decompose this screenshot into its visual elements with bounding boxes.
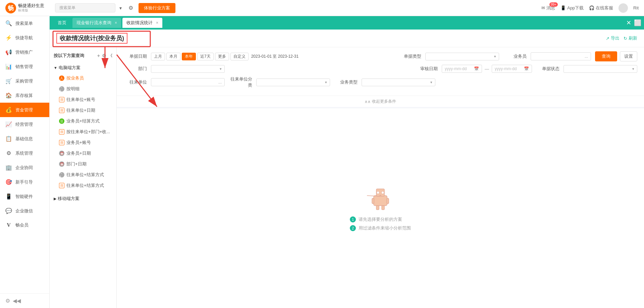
sidebar-item-member[interactable]: V 畅会员 (0, 218, 49, 232)
tab-close-window-btn[interactable]: ✕ (626, 19, 631, 27)
filter-area: 单据日期 上月 本月 本年 近7天 更多 自定义 2023-01-01 至 20… (117, 47, 644, 96)
export-btn[interactable]: ↗ 导出 (606, 35, 620, 41)
row1-filter-actions: 查询 设置 (595, 51, 637, 61)
scheme-item-by-salesman-account[interactable]: 目 业务员+账号 (50, 137, 116, 148)
scheme-label-by-salesman: 按业务员 (66, 75, 84, 81)
collapse-bar[interactable]: ∧∧ 收起更多条件 (117, 96, 644, 107)
svg-point-2 (377, 191, 379, 194)
sidebar-item-enterprise[interactable]: 🏢 企业协同 (0, 160, 49, 175)
guide-icon: 🎯 (5, 179, 12, 185)
date-tab-more[interactable]: 更多 (215, 53, 229, 60)
detail-scheme-icon: 人人 (59, 86, 64, 92)
biz-type-arrow-icon: ▾ (430, 80, 432, 85)
svg-rect-7 (376, 206, 379, 210)
scheme-item-by-unit-dept[interactable]: 目 按往来单位+部门+收... (50, 126, 116, 137)
calendar-from-icon: 📅 (474, 66, 479, 71)
empty-hints: 1 请先选择要分析的方案 2 用过滤条件来缩小分析范围 (350, 216, 411, 231)
hint-num-2: 2 (350, 225, 356, 231)
settings-btn[interactable]: 设置 (620, 51, 637, 61)
sidebar-item-marketing[interactable]: 📢 营销推广 (0, 45, 49, 59)
user-avatar[interactable] (619, 3, 628, 13)
scheme-item-by-detail[interactable]: 人人 按明细 (50, 84, 116, 94)
tab-home[interactable]: 首页 (52, 16, 72, 30)
biz-type-select[interactable]: ▾ (362, 79, 435, 86)
sidebar-label-member: 畅会员 (15, 222, 29, 228)
review-date-from[interactable]: yyyy-mm-dd 📅 (442, 65, 482, 73)
app-download-item[interactable]: 📱 App下载 (560, 5, 584, 11)
sidebar-item-inventory[interactable]: 🏠 库存核算 (0, 88, 49, 103)
unit-date-scheme-icon: 目 (59, 108, 64, 113)
sidebar-item-wechat[interactable]: 💬 企业微信 (0, 204, 49, 218)
review-date-to[interactable]: yyyy-mm-dd 📅 (492, 65, 532, 73)
user-name[interactable]: Rit (633, 5, 639, 10)
query-btn[interactable]: 查询 (595, 51, 617, 61)
sidebar-item-sales[interactable]: 📊 销售管理 (0, 59, 49, 74)
refresh-label: 刷新 (629, 35, 637, 41)
partner-category-select[interactable]: ▾ (256, 79, 330, 86)
trial-industry-btn[interactable]: 体验行业方案 (139, 3, 175, 13)
partner-filter-label: 往来单位 (123, 79, 147, 85)
scheme-item-by-unit-account[interactable]: 目 往来单位+账号 (50, 94, 116, 105)
desktop-scheme-group: ▼ 电脑端方案 人 按业务员 人人 按明细 目 往来单位+账号 目 往来单 (50, 61, 116, 192)
refresh-icon: ↻ (624, 36, 627, 41)
online-service-item[interactable]: 🎧 在线客服 (589, 5, 613, 11)
scheme-item-by-dept-date[interactable]: ⏰ 部门+日期 (50, 159, 116, 169)
mobile-section-title[interactable]: ▶ 移动端方案 (50, 194, 116, 204)
date-tab-7days[interactable]: 近7天 (197, 53, 214, 60)
sidebar-label-finance: 资金管理 (15, 107, 33, 113)
sidebar-item-guide[interactable]: 🎯 新手引导 (0, 175, 49, 189)
date-tab-this-year[interactable]: 本年 (182, 53, 196, 60)
sidebar-label-enterprise: 企业协同 (15, 165, 33, 171)
sidebar-label-hardware: 智能硬件 (15, 194, 33, 200)
date-tab-this-month[interactable]: 本月 (166, 53, 180, 60)
scheme-panel-actions: + ⚙ 《 (97, 53, 112, 59)
salesman-select[interactable]: ... (531, 52, 591, 60)
header-settings-btn[interactable]: ⚙ (126, 3, 136, 12)
dept-select[interactable]: ▾ (151, 65, 225, 73)
sidebar-item-hardware[interactable]: 📱 智能硬件 (0, 189, 49, 204)
header-dropdown-btn[interactable]: ▾ (118, 4, 123, 12)
scheme-collapse-btn[interactable]: 《 (108, 53, 112, 59)
scheme-item-by-unit-method1[interactable]: 人人 往来单位+结算方式 (50, 169, 116, 180)
date-tab-last-month[interactable]: 上月 (151, 53, 165, 60)
date-tab-custom[interactable]: 自定义 (230, 53, 249, 60)
notification-item[interactable]: ✉ 消息 99+ (541, 5, 555, 11)
scheme-item-by-unit-date[interactable]: 目 往来单位+日期 (50, 105, 116, 116)
tab-collection-close-icon[interactable]: × (156, 20, 158, 25)
sidebar-label-system: 系统管理 (15, 150, 33, 156)
search-icon: 🔍 (5, 20, 12, 27)
review-date-from-placeholder: yyyy-mm-dd (445, 66, 467, 71)
tab-bank-close-icon[interactable]: × (115, 20, 117, 25)
sidebar-item-system[interactable]: ⚙ 系统管理 (0, 146, 49, 160)
scheme-settings-btn[interactable]: ⚙ (102, 53, 106, 59)
scheme-add-btn[interactable]: + (97, 53, 100, 59)
scheme-panel-title: 按以下方案查询 (54, 53, 84, 59)
sidebar-item-search[interactable]: 🔍 搜索菜单 (0, 16, 49, 31)
desktop-section-title[interactable]: ▼ 电脑端方案 (50, 63, 116, 73)
partner-select[interactable]: ... (151, 78, 225, 86)
sidebar-item-operations[interactable]: 📈 经营管理 (0, 117, 49, 132)
tab-maximize-btn[interactable]: ⬜ (634, 19, 641, 27)
sidebar-footer-settings-btn[interactable]: ⚙ (5, 298, 10, 304)
tab-bank-flow[interactable]: 现金银行流水查询 × (72, 18, 121, 28)
review-date-area: yyyy-mm-dd 📅 — yyyy-mm-dd 📅 (442, 65, 532, 73)
unit-dept-scheme-icon: 目 (59, 129, 64, 135)
date-separator: — (483, 66, 490, 71)
tab-collection-stats[interactable]: 收款情况统计 × (122, 18, 162, 28)
filter-row-dept: 部门 ▾ 审核日期 yyyy-mm-dd 📅 — (123, 65, 637, 73)
scheme-item-by-salesman-date[interactable]: ⏰ 业务员+日期 (50, 148, 116, 159)
tab-bank-flow-label: 现金银行流水查询 (76, 20, 111, 26)
scheme-item-by-unit-method2[interactable]: 目 往来单位+结算方式 (50, 180, 116, 191)
sidebar-item-finance[interactable]: 💰 资金管理 (0, 103, 49, 117)
refresh-btn[interactable]: ↻ 刷新 (624, 35, 637, 41)
sidebar-collapse-btn[interactable]: ◀◀ (13, 298, 21, 304)
scheme-item-by-salesman-method[interactable]: ||| 业务员+结算方式 (50, 116, 116, 126)
doc-status-select[interactable]: ▾ (564, 65, 637, 73)
finance-icon: 💰 (5, 107, 12, 113)
sidebar-item-basic[interactable]: 📋 基础信息 (0, 132, 49, 146)
sidebar-item-shortcut[interactable]: ⚡ 快捷导航 (0, 31, 49, 45)
scheme-item-by-salesman[interactable]: 人 按业务员 (50, 73, 116, 84)
sidebar-item-purchase[interactable]: 🛒 采购管理 (0, 74, 49, 88)
doc-type-select[interactable]: ▾ (425, 53, 499, 60)
unit-account-scheme-icon: 目 (59, 97, 64, 102)
